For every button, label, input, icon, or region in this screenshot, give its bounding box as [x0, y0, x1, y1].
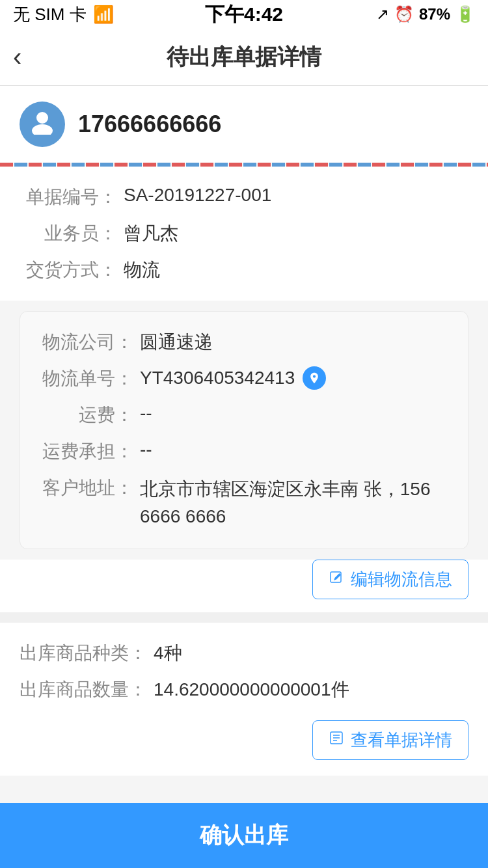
logistics-company-row: 物流公司： 圆通速递 [36, 330, 452, 355]
logistics-company-value: 圆通速递 [140, 330, 452, 355]
svg-point-0 [36, 112, 48, 124]
status-bar: 无 SIM 卡 📶 下午4:42 ↗ ⏰ 87% 🔋 [0, 0, 488, 29]
view-detail-label: 查看单据详情 [351, 729, 452, 752]
map-pin-icon[interactable] [303, 366, 326, 390]
customer-phone: 17666666666 [78, 111, 221, 138]
goods-quantity-label: 出库商品数量： [20, 677, 147, 702]
tracking-number-row: 物流单号： YT43064053424​13 [36, 366, 452, 391]
address-label: 客户地址： [36, 476, 133, 500]
freight-value: -- [140, 403, 452, 424]
nav-bar: ‹ 待出库单据详情 [0, 29, 488, 86]
address-value: 北京市市辖区海淀区永丰南 张，156 6666 6666 [140, 476, 452, 530]
location-service-icon: ↗ [376, 5, 389, 23]
confirm-button[interactable]: 确认出库 [0, 803, 488, 868]
freight-bearer-value: -- [140, 439, 452, 460]
goods-type-row: 出库商品种类： 4种 [20, 641, 468, 666]
status-left: 无 SIM 卡 📶 [13, 3, 114, 26]
avatar [20, 102, 65, 147]
svg-point-1 [32, 124, 53, 135]
edit-logistics-button[interactable]: 编辑物流信息 [312, 560, 468, 599]
tracking-number-value: YT43064053424​13 [140, 366, 452, 390]
order-number-label: 单据编号： [20, 185, 117, 210]
carrier-text: 无 SIM 卡 [13, 3, 87, 26]
delivery-method-row: 交货方式： 物流 [20, 258, 468, 282]
battery-icon: 🔋 [455, 5, 475, 23]
goods-section: 出库商品种类： 4种 出库商品数量： 14.620000000000001件 [0, 623, 488, 720]
edit-logistics-label: 编辑物流信息 [351, 568, 452, 591]
section-divider [0, 612, 488, 623]
freight-label: 运费： [36, 403, 133, 427]
salesperson-row: 业务员： 曾凡杰 [20, 221, 468, 246]
goods-type-label: 出库商品种类： [20, 641, 147, 666]
order-info-section: 单据编号： SA-20191227-001 业务员： 曾凡杰 交货方式： 物流 [0, 167, 488, 301]
goods-type-value: 4种 [154, 641, 182, 666]
user-icon [29, 109, 55, 141]
edit-btn-row: 编辑物流信息 [0, 560, 488, 612]
order-number-row: 单据编号： SA-20191227-001 [20, 185, 468, 210]
freight-bearer-row: 运费承担： -- [36, 439, 452, 464]
list-icon [329, 730, 344, 750]
freight-row: 运费： -- [36, 403, 452, 427]
wifi-icon: 📶 [93, 5, 114, 25]
view-detail-button[interactable]: 查看单据详情 [312, 720, 468, 760]
confirm-button-label: 确认出库 [200, 821, 288, 850]
goods-quantity-row: 出库商品数量： 14.620000000000001件 [20, 677, 468, 702]
address-row: 客户地址： 北京市市辖区海淀区永丰南 张，156 6666 6666 [36, 476, 452, 530]
battery-text: 87% [419, 5, 450, 23]
view-detail-row: 查看单据详情 [0, 720, 488, 776]
freight-bearer-label: 运费承担： [36, 439, 133, 464]
delivery-method-label: 交货方式： [20, 258, 117, 282]
salesperson-label: 业务员： [20, 221, 117, 246]
alarm-icon: ⏰ [394, 5, 414, 23]
delivery-method-value: 物流 [124, 258, 468, 282]
edit-icon [329, 570, 344, 590]
customer-section: 17666666666 [0, 86, 488, 163]
goods-quantity-value: 14.620000000000001件 [154, 677, 349, 702]
page-title: 待出库单据详情 [167, 42, 321, 72]
back-button[interactable]: ‹ [13, 42, 21, 72]
status-time: 下午4:42 [205, 1, 283, 28]
status-right: ↗ ⏰ 87% 🔋 [376, 5, 475, 23]
order-number-value: SA-20191227-001 [124, 185, 468, 206]
logistics-company-label: 物流公司： [36, 330, 133, 355]
salesperson-value: 曾凡杰 [124, 221, 468, 246]
logistics-card: 物流公司： 圆通速递 物流单号： YT43064053424​13 运费： --… [20, 311, 468, 549]
tracking-number-label: 物流单号： [36, 366, 133, 391]
